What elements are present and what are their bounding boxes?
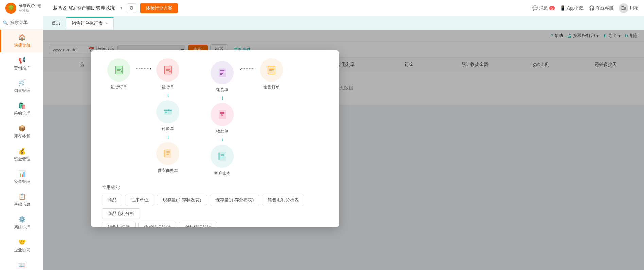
flow-item-payment[interactable]: ¥ 付款单: [151, 100, 185, 132]
tab-bar: 首页 销售订单执行表 ×: [43, 16, 644, 30]
svg-rect-15: [165, 112, 167, 113]
sidebar-item-label: 销售管理: [14, 88, 30, 94]
flow-col-purchase-bill: 进货单 ↓: [151, 58, 185, 174]
sidebar-item-finance[interactable]: 💰 资金管理: [0, 143, 43, 166]
sidebar-search-label: 搜索菜单: [10, 20, 28, 26]
flow-item-purchase-order[interactable]: 进货订单: [102, 58, 136, 90]
common-buttons-row2: 销售排行榜 收款情况统计 付款情况统计: [102, 222, 328, 227]
sales-order-circle: [260, 58, 283, 82]
purchase-icon: 🛍️: [18, 102, 26, 109]
svg-rect-36: [268, 66, 275, 74]
sidebar: 🔍 搜索菜单 🏠 快捷导航 📢 营销推广 🛒 销售管理 🛍️ 采购管理 📦: [0, 16, 43, 270]
flow-item-supplier-ledger[interactable]: 供应商账本: [151, 142, 185, 174]
btn-sales-margin[interactable]: 销售毛利分析表: [262, 195, 304, 205]
finance-icon: 💰: [18, 147, 26, 155]
message-button[interactable]: 💬 消息 5: [532, 5, 555, 11]
modal-overlay: 进货订单 ›: [43, 30, 644, 270]
btn-partner[interactable]: 往来单位: [125, 195, 154, 205]
arrow-purchase-bill-down: ↓: [167, 90, 169, 100]
operations-icon: 📊: [18, 170, 26, 178]
trial-button[interactable]: 体验行业方案: [140, 3, 178, 13]
tab-close-button[interactable]: ×: [105, 21, 108, 26]
sales-order-label: 销售订单: [263, 84, 280, 90]
collab-icon: 🤝: [18, 238, 26, 246]
svg-rect-31: [219, 152, 225, 160]
logo-icon: 🍀: [5, 3, 16, 14]
sidebar-item-label: 基础信息: [14, 202, 30, 208]
message-icon: 💬: [532, 5, 538, 11]
main-area: 🔍 搜索菜单 🏠 快捷导航 📢 营销推广 🛒 销售管理 🛍️ 采购管理 📦: [0, 16, 644, 270]
sidebar-item-label: 库存核算: [14, 133, 30, 139]
sidebar-item-guide[interactable]: 📖 新手引导: [0, 257, 43, 270]
btn-stock-dist[interactable]: 现存量(库存分布表): [210, 195, 260, 205]
svg-rect-18: [164, 150, 165, 157]
sidebar-item-quick-nav[interactable]: 🏠 快捷导航: [0, 30, 43, 52]
avatar: Ea: [619, 3, 628, 13]
flow-item-sales-bill[interactable]: 销货单: [205, 61, 239, 93]
top-right: 💬 消息 5 📱 App下载 🎧 在线客服 Ea 用友: [532, 3, 639, 13]
flow-item-receipt[interactable]: ¥ 收款单: [205, 103, 239, 134]
app-download-button[interactable]: 📱 App下载: [560, 5, 584, 11]
sidebar-item-label: 采购管理: [14, 111, 30, 116]
purchase-bill-circle: [156, 58, 179, 82]
dropdown-icon[interactable]: ▾: [120, 5, 123, 11]
logo-text: 畅康通好生意 标准版: [19, 3, 41, 13]
btn-stock-status[interactable]: 现存量(库存状况表): [157, 195, 207, 205]
app-download-label: App下载: [567, 5, 584, 11]
sidebar-item-label: 企业协同: [14, 247, 30, 253]
flow-item-customer-ledger[interactable]: 客户账本: [205, 145, 239, 176]
search-icon: 🔍: [3, 20, 8, 25]
guide-icon: 📖: [18, 261, 26, 269]
sidebar-item-label: 快捷导航: [14, 42, 30, 48]
service-icon: 🎧: [589, 5, 594, 11]
sales-bill-label: 销货单: [216, 87, 228, 93]
sales-bill-circle: [211, 61, 234, 84]
sidebar-item-purchase[interactable]: 🛍️ 采购管理: [0, 98, 43, 121]
logo-area: 🍀 畅康通好生意 标准版: [5, 3, 49, 14]
modal-body: 进货订单 ›: [91, 50, 339, 227]
common-section: 常用功能 商品 往来单位 现存量(库存状况表) 现存量(库存分布表) 销售毛利分…: [102, 184, 328, 227]
content-area: 首页 销售订单执行表 × ? 帮助 🖨: [43, 16, 644, 270]
tab-home[interactable]: 首页: [46, 17, 66, 29]
flow-col-sales-order: 销售订单: [255, 58, 289, 90]
btn-payment-stats[interactable]: 付款情况统计: [179, 222, 217, 227]
svg-rect-17: [165, 149, 171, 158]
sidebar-item-operations[interactable]: 📊 经营管理: [0, 166, 43, 189]
settings-button[interactable]: ⚙: [127, 3, 136, 13]
service-label: 在线客服: [596, 5, 613, 11]
user-area[interactable]: Ea 用友: [619, 3, 639, 13]
tab-active[interactable]: 销售订单执行表 ×: [66, 17, 114, 29]
customer-ledger-circle: [211, 145, 234, 168]
flow-item-purchase-bill[interactable]: 进货单: [151, 58, 185, 90]
sidebar-item-sales[interactable]: 🛒 销售管理: [0, 75, 43, 98]
btn-product[interactable]: 商品: [102, 195, 122, 205]
svg-text:¥: ¥: [221, 114, 223, 117]
arrow-sales-bill-down: ↓: [221, 93, 224, 103]
top-bar: 🍀 畅康通好生意 标准版 装备及固定资产辅助管理系统 ▾ ⚙ 体验行业方案 💬 …: [0, 0, 644, 16]
logo-line1: 畅康通好生意: [19, 3, 41, 8]
sidebar-search[interactable]: 🔍 搜索菜单: [0, 16, 43, 30]
sidebar-item-collab[interactable]: 🤝 企业协同: [0, 234, 43, 257]
btn-sales-ranking[interactable]: 销售排行榜: [102, 222, 136, 227]
system-title: 装备及固定资产辅助管理系统: [53, 5, 115, 11]
btn-product-margin[interactable]: 商品毛利分析: [102, 208, 140, 219]
flow-item-sales-order[interactable]: 销售订单: [255, 58, 289, 90]
sidebar-item-inventory[interactable]: 📦 库存核算: [0, 121, 43, 143]
svg-rect-32: [218, 153, 220, 160]
customer-ledger-label: 客户账本: [214, 170, 230, 176]
supplier-ledger-label: 供应商账本: [158, 168, 178, 174]
download-icon: 📱: [560, 5, 565, 11]
sidebar-item-marketing[interactable]: 📢 营销推广: [0, 52, 43, 75]
sidebar-item-basic[interactable]: 📋 基础信息: [0, 189, 43, 212]
sidebar-item-system[interactable]: ⚙️ 系统管理: [0, 212, 43, 234]
flow-modal: 进货订单 ›: [91, 50, 339, 227]
svg-text:¥: ¥: [168, 109, 170, 112]
online-service-button[interactable]: 🎧 在线客服: [589, 5, 613, 11]
system-icon: ⚙️: [18, 216, 26, 223]
receipt-circle: ¥: [211, 103, 234, 126]
arrow-payment-down: ↓: [167, 132, 169, 142]
sidebar-item-label: 系统管理: [14, 224, 30, 230]
sales-icon: 🛒: [18, 79, 26, 87]
btn-receipt-stats[interactable]: 收款情况统计: [138, 222, 176, 227]
app-container: 🍀 畅康通好生意 标准版 装备及固定资产辅助管理系统 ▾ ⚙ 体验行业方案 💬 …: [0, 0, 644, 270]
